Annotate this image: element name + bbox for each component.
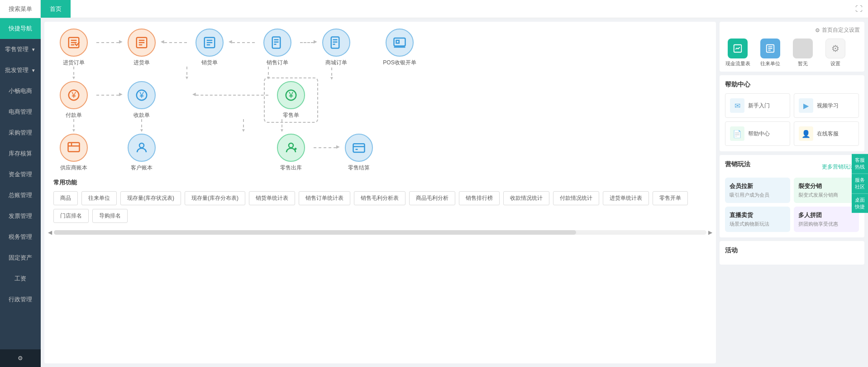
sidebar-item-ledger[interactable]: 总账管理	[0, 185, 41, 206]
sidebar-item-invoice[interactable]: 发票管理	[0, 206, 41, 227]
none-label: 暂无	[798, 60, 808, 67]
node-retail-out[interactable]: 零售出库	[268, 134, 314, 172]
help-item-beginner[interactable]: ✉ 新手入门	[725, 93, 790, 118]
func-btn-goods[interactable]: 商品	[53, 191, 78, 205]
sidebar-settings[interactable]: ⚙	[0, 349, 41, 367]
sidebar-item-ecommerce[interactable]: 电商管理	[0, 101, 41, 122]
marketing-fission[interactable]: 裂变分销 裂变式发展分销商	[794, 178, 859, 203]
marketing-group[interactable]: 多人拼团 拼团购物享受优惠	[794, 207, 859, 232]
sidebar-item-tax[interactable]: 税务管理	[0, 227, 41, 247]
node-sale-icon	[196, 29, 224, 57]
help-item-video[interactable]: ▶ 视频学习	[794, 93, 859, 118]
sidebar-item-admin[interactable]: 行政管理	[0, 289, 41, 310]
func-btn-stock-dist[interactable]: 现存量(库存分布表)	[185, 191, 245, 205]
sidebar-item-retail[interactable]: 零售管理 ▼	[0, 39, 41, 60]
marketing-group-title: 多人拼团	[798, 211, 854, 219]
sidebar-item-purchase[interactable]: 采购管理	[0, 122, 41, 143]
func-btn-receipt-stats[interactable]: 收款情况统计	[503, 191, 549, 205]
node-retail-label: 零售单	[283, 111, 299, 119]
help-item-help[interactable]: 📄 帮助中心	[725, 121, 790, 146]
node-sale-order-label: 销售订单	[267, 59, 288, 67]
quick-icon-partners[interactable]: 往来单位	[757, 39, 784, 67]
marketing-grid: 会员拉新 吸引用户成为会员 裂变分销 裂变式发展分销商 直播卖货 场景式购物新玩…	[725, 178, 859, 232]
svg-text:¥: ¥	[288, 91, 293, 100]
help-title: 帮助中心	[725, 81, 859, 89]
sidebar-item-finance[interactable]: 资金管理	[0, 164, 41, 185]
node-sale-order[interactable]: 销售订单	[255, 29, 300, 67]
func-btn-sale-profit[interactable]: 销售毛利分析表	[354, 191, 405, 205]
marketing-member[interactable]: 会员拉新 吸引用户成为会员	[725, 178, 790, 203]
func-btn-retail-order[interactable]: 零售开单	[653, 191, 688, 205]
help-section: 帮助中心 ✉ 新手入门 ▶ 视频学习 📄 帮助中心 👤	[720, 75, 864, 151]
sidebar-item-salary[interactable]: 工资	[0, 268, 41, 289]
float-btn-hotline[interactable]: 客服热线	[852, 154, 868, 174]
sidebar-item-wholesale[interactable]: 批发管理 ▼	[0, 60, 41, 81]
sidebar-item-quick-nav[interactable]: 快捷导航	[0, 18, 41, 39]
settings-box-icon: ⚙	[825, 39, 845, 58]
node-retail-settle[interactable]: 零售结算	[336, 134, 382, 172]
float-btn-community[interactable]: 服务社区	[852, 174, 868, 194]
arrow-1	[96, 42, 119, 53]
scroll-thumb[interactable]	[54, 230, 576, 235]
func-btn-guide-rank[interactable]: 导购排名	[92, 209, 128, 223]
arrow-3	[232, 42, 255, 53]
beginner-label: 新手入门	[748, 102, 770, 110]
float-buttons: 客服热线 服务社区 桌面快捷	[852, 154, 868, 213]
node-mall-order-icon	[322, 29, 350, 57]
node-payment[interactable]: ¥ 付款单	[51, 81, 96, 119]
func-btn-sale-stats[interactable]: 销货单统计表	[249, 191, 295, 205]
svg-rect-36	[353, 144, 365, 152]
node-sale-label: 销货单	[201, 59, 218, 67]
marketing-live[interactable]: 直播卖货 场景式购物新玩法	[725, 207, 790, 232]
func-btn-partners[interactable]: 往来单位	[81, 191, 117, 205]
node-purchase-order[interactable]: 进货订单	[51, 29, 96, 67]
func-btn-payment-stats[interactable]: 付款情况统计	[553, 191, 599, 205]
main-layout: 快捷导航 零售管理 ▼ 批发管理 ▼ 小畅电商 电商管理 采购管理 库存核算 资…	[0, 18, 868, 367]
top-bar: 搜索菜单 首页 ⛶	[0, 0, 868, 18]
help-center-label: 帮助中心	[748, 130, 770, 138]
sidebar-item-inventory[interactable]: 库存核算	[0, 143, 41, 164]
video-icon: ▶	[799, 98, 813, 113]
node-customer-icon	[128, 134, 156, 162]
scroll-left-arrow[interactable]: ◀	[48, 229, 52, 236]
node-customer[interactable]: 客户账本	[119, 134, 164, 172]
help-icon-doc: 📄	[730, 126, 744, 141]
quick-icon-settings[interactable]: ⚙ 设置	[822, 39, 849, 67]
svg-text:¥: ¥	[71, 91, 76, 100]
sidebar-item-assets[interactable]: 固定资产	[0, 247, 41, 268]
float-btn-desktop[interactable]: 桌面快捷	[852, 193, 868, 213]
sidebar-item-ecommerce-small[interactable]: 小畅电商	[0, 81, 41, 101]
func-btn-goods-profit[interactable]: 商品毛利分析	[409, 191, 455, 205]
home-customize: ⚙ 首页自定义设置 现金流量表 往来单位	[720, 22, 864, 72]
node-customer-label: 客户账本	[131, 164, 153, 172]
customize-label: 首页自定义设置	[822, 26, 860, 34]
tab-home[interactable]: 首页	[41, 0, 71, 18]
flow-row-3: 供应商账本 客户账本	[51, 134, 709, 172]
node-purchase[interactable]: 进货单	[119, 29, 164, 67]
func-btn-sale-rank[interactable]: 销售排行榜	[459, 191, 500, 205]
quick-icon-none[interactable]: 暂无	[789, 39, 816, 67]
func-btn-sale-order-stats[interactable]: 销售订单统计表	[299, 191, 350, 205]
node-supplier[interactable]: 供应商账本	[51, 134, 96, 172]
node-mall-order-label: 商城订单	[325, 59, 347, 67]
node-sale[interactable]: 销货单	[187, 29, 232, 67]
main-panel: 进货订单 进货单	[44, 22, 716, 363]
help-item-service[interactable]: 👤 在线客服	[794, 121, 859, 146]
node-purchase-icon	[128, 29, 156, 57]
node-mall-order[interactable]: 商城订单	[314, 29, 359, 67]
func-btn-purchase-stats[interactable]: 进货单统计表	[603, 191, 649, 205]
node-receipt[interactable]: ¥ 收款单	[119, 81, 164, 119]
func-btn-stock-status[interactable]: 现存量(库存状况表)	[120, 191, 181, 205]
node-pos-label: POS收银开单	[383, 59, 416, 67]
search-menu[interactable]: 搜索菜单	[0, 0, 41, 18]
expand-icon[interactable]: ⛶	[854, 5, 863, 14]
scroll-track[interactable]	[54, 230, 706, 235]
func-grid: 商品 往来单位 现存量(库存状况表) 现存量(库存分布表) 销货单统计表 销售订…	[53, 191, 707, 223]
svg-text:¥: ¥	[139, 91, 144, 100]
func-btn-store-rank[interactable]: 门店排名	[53, 209, 89, 223]
node-pos[interactable]: POS收银开单	[377, 29, 422, 67]
scroll-right-arrow[interactable]: ▶	[708, 229, 712, 236]
node-retail[interactable]: ¥ 零售单	[268, 81, 314, 119]
quick-icon-cashflow[interactable]: 现金流量表	[724, 39, 751, 67]
customize-header[interactable]: ⚙ 首页自定义设置	[724, 26, 860, 34]
